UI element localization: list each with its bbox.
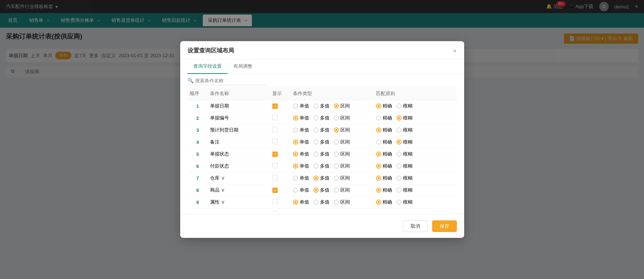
radio-label: 单值 (300, 211, 309, 211)
fields-table: 顺序 条件名称 显示 条件类型 匹配原则 1单据日期单值多值区间精确模糊2单据编… (187, 87, 457, 211)
match-exact-3[interactable]: 精确 (376, 139, 392, 145)
match-fuzzy-9[interactable]: 模糊 (396, 211, 412, 211)
type-multi-1[interactable]: 多值 (313, 115, 329, 121)
checkbox-0[interactable] (272, 103, 278, 109)
match-fuzzy-8[interactable]: 模糊 (396, 199, 412, 205)
type-single-5[interactable]: 单值 (293, 163, 309, 169)
field-checkbox-6[interactable] (270, 172, 291, 184)
type-single-6[interactable]: 单值 (293, 175, 309, 181)
type-multi-6[interactable]: 多值 (313, 175, 329, 181)
radio-dot (376, 103, 381, 109)
field-checkbox-0[interactable] (270, 100, 291, 112)
radio-label: 精确 (383, 139, 392, 145)
match-exact-9[interactable]: 精确 (376, 211, 392, 211)
checkbox-8[interactable] (272, 199, 278, 204)
type-single-3[interactable]: 单值 (293, 139, 309, 145)
radio-label: 模糊 (403, 175, 412, 181)
radio-label: 精确 (383, 115, 392, 121)
match-fuzzy-6[interactable]: 模糊 (396, 175, 412, 181)
match-fuzzy-2[interactable]: 模糊 (396, 127, 412, 133)
match-fuzzy-7[interactable]: 模糊 (396, 187, 412, 193)
radio-label: 多值 (320, 199, 329, 205)
match-exact-2[interactable]: 精确 (376, 127, 392, 133)
match-exact-5[interactable]: 精确 (376, 163, 392, 169)
field-checkbox-2[interactable] (270, 124, 291, 136)
type-single-0[interactable]: 单值 (293, 103, 309, 109)
type-multi-3[interactable]: 多值 (313, 139, 329, 145)
match-group-2: 精确模糊 (374, 124, 457, 136)
type-range-2[interactable]: 区间 (334, 127, 350, 133)
cancel-btn[interactable]: 取消 (403, 220, 428, 232)
type-range-5[interactable]: 区间 (334, 163, 350, 169)
match-group-4: 精确模糊 (374, 148, 457, 160)
match-exact-0[interactable]: 精确 (376, 103, 392, 109)
type-multi-5[interactable]: 多值 (313, 163, 329, 169)
type-multi-2[interactable]: 多值 (313, 127, 329, 133)
field-checkbox-8[interactable] (270, 196, 291, 208)
checkbox-3[interactable] (272, 139, 278, 144)
checkbox-6[interactable] (272, 175, 278, 180)
match-fuzzy-4[interactable]: 模糊 (396, 151, 412, 157)
checkbox-7[interactable] (272, 188, 278, 193)
type-single-2[interactable]: 单值 (293, 127, 309, 133)
type-multi-4[interactable]: 多值 (313, 151, 329, 157)
type-multi-7[interactable]: 多值 (313, 187, 329, 193)
match-fuzzy-3[interactable]: 模糊 (396, 139, 412, 145)
type-range-7[interactable]: 区间 (334, 187, 350, 193)
field-checkbox-3[interactable] (270, 136, 291, 148)
field-checkbox-5[interactable] (270, 160, 291, 172)
match-fuzzy-5[interactable]: 模糊 (396, 163, 412, 169)
radio-label: 多值 (320, 127, 329, 133)
search-input[interactable] (195, 78, 264, 83)
radio-label: 精确 (383, 127, 392, 133)
type-range-6[interactable]: 区间 (334, 175, 350, 181)
type-range-9[interactable]: 区间 (334, 211, 350, 211)
field-checkbox-4[interactable] (270, 148, 291, 160)
type-single-9[interactable]: 单值 (293, 211, 309, 211)
radio-dot (334, 115, 339, 121)
radio-label: 区间 (340, 139, 350, 145)
search-area: 🔍 (180, 74, 464, 87)
type-single-4[interactable]: 单值 (293, 151, 309, 157)
type-multi-9[interactable]: 多值 (313, 211, 329, 211)
save-btn[interactable]: 保存 (432, 220, 457, 232)
match-exact-6[interactable]: 精确 (376, 175, 392, 181)
tab-layout[interactable]: 布局调整 (228, 59, 258, 74)
type-range-1[interactable]: 区间 (334, 115, 350, 121)
match-fuzzy-1[interactable]: 模糊 (396, 115, 412, 121)
type-single-7[interactable]: 单值 (293, 187, 309, 193)
type-range-4[interactable]: 区间 (334, 151, 350, 157)
type-group-6: 单值多值区间 (291, 172, 374, 184)
field-checkbox-9[interactable] (270, 208, 291, 212)
match-exact-8[interactable]: 精确 (376, 199, 392, 205)
type-range-0[interactable]: 区间 (334, 103, 350, 109)
match-group-1: 精确模糊 (374, 112, 457, 124)
tab-query-fields[interactable]: 查询字段设置 (187, 59, 228, 74)
type-multi-0[interactable]: 多值 (313, 103, 329, 109)
table-row: 8商品 ∨单值多值区间精确模糊 (187, 184, 457, 196)
match-group-8: 精确模糊 (374, 196, 457, 208)
table-row: 6付款状态单值多值区间精确模糊 (187, 160, 457, 172)
radio-label: 模糊 (403, 187, 412, 193)
checkbox-4[interactable] (272, 152, 278, 157)
field-name-5: 付款状态 (208, 160, 270, 172)
checkbox-1[interactable] (272, 115, 278, 120)
checkbox-2[interactable] (272, 127, 278, 132)
radio-dot (376, 176, 381, 181)
field-name-7: 商品 ∨ (208, 184, 270, 196)
field-checkbox-1[interactable] (270, 112, 291, 124)
type-single-8[interactable]: 单值 (293, 199, 309, 205)
field-checkbox-7[interactable] (270, 184, 291, 196)
match-exact-1[interactable]: 精确 (376, 115, 392, 121)
type-single-1[interactable]: 单值 (293, 115, 309, 121)
match-exact-7[interactable]: 精确 (376, 187, 392, 193)
checkbox-9[interactable] (272, 211, 278, 211)
checkbox-5[interactable] (272, 163, 278, 168)
match-exact-4[interactable]: 精确 (376, 151, 392, 157)
radio-label: 精确 (383, 103, 392, 109)
match-fuzzy-0[interactable]: 模糊 (396, 103, 412, 109)
type-multi-8[interactable]: 多值 (313, 199, 329, 205)
type-range-8[interactable]: 区间 (334, 199, 350, 205)
dialog-close-btn[interactable]: × (453, 48, 457, 54)
type-range-3[interactable]: 区间 (334, 139, 350, 145)
